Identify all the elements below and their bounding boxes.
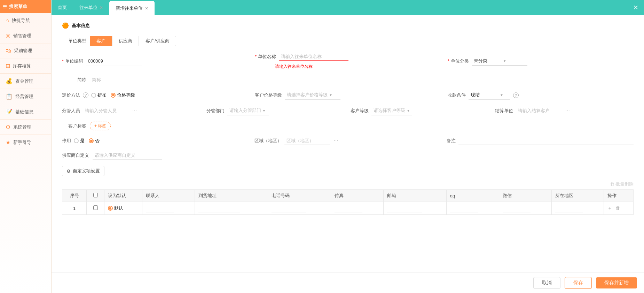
qq-input[interactable] [450,204,478,212]
remark-label: 备注 [447,138,456,144]
custom-settings-button[interactable]: ⚙ 自定义项设置 [62,166,104,176]
wechat-input[interactable] [503,204,531,212]
dept-chevron-icon: ▼ [262,109,266,113]
contact-table: 序号 设为默认 联系人 到货地址 电话号码 传真 邮箱 qq 微信 所在地区 操… [62,189,634,215]
sales-icon: ◎ [6,32,10,39]
sidebar-item-finance[interactable]: 💰 资金管理 [0,74,51,89]
operations-icon: 📋 [6,93,13,100]
region-input[interactable] [284,137,330,145]
tab-new-partner[interactable]: 新增往来单位 ✕ [109,1,155,16]
disable-radio-no[interactable]: 否 [89,138,100,144]
batch-delete-button[interactable]: 🗑 批量删除 [62,181,634,187]
region-label: 区域（地区） [254,138,282,144]
custom-settings-label: 自定义项设置 [73,168,100,174]
cancel-button[interactable]: 取消 [533,277,560,289]
sidebar-item-basic-info[interactable]: 📝 基础信息 [0,104,51,120]
cell-pricing: 定价方法 ? 折扣 价格等级 [62,92,248,98]
pricing-help-icon[interactable]: ? [83,92,88,98]
row-default: 默认 [104,202,142,215]
pricing-radio-discount[interactable]: 折扣 [91,92,107,98]
row-checkbox[interactable] [87,202,104,215]
address-input[interactable] [198,204,240,212]
price-level-label-radio: 价格等级 [117,92,135,98]
sidebar-search[interactable]: ☰ 搜索菜单 [0,0,51,13]
pricing-radio-level[interactable]: 价格等级 [111,92,135,98]
area-input[interactable] [555,204,583,212]
btn-customer[interactable]: 客户 [90,36,112,46]
email-input[interactable] [387,204,422,212]
sidebar-item-system[interactable]: ⚙ 系统管理 [0,120,51,135]
unit-category-select[interactable]: 未分类 ▼ [472,56,527,66]
remark-input[interactable] [458,137,634,145]
cell-remark: 备注 [447,137,634,145]
customer-level-chevron-icon: ▼ [407,109,410,113]
unit-name-input[interactable] [279,52,348,61]
cell-dept: 分管部门 请输入分管部门 ▼ [206,106,345,115]
unit-category-value: 未分类 [474,58,502,64]
fax-input[interactable] [335,204,362,212]
cell-manager: 分管人员 ··· [62,107,201,115]
disable-radio-group: 是 否 [74,138,100,144]
system-icon: ⚙ [6,124,10,130]
tab-partners-close[interactable]: ✕ [100,5,103,10]
manager-more-icon[interactable]: ··· [131,108,138,114]
payment-select[interactable]: 现结 ▼ [469,90,510,100]
row-wechat[interactable] [499,202,551,215]
select-all-checkbox[interactable] [93,193,98,197]
row-contact[interactable] [142,202,195,215]
unit-type-label: 单位类型 [62,38,86,44]
tab-home[interactable]: 首页 [52,0,73,15]
customer-level-label: 客户等级 [351,108,369,114]
save-new-button[interactable]: 保存并新增 [596,277,637,288]
supplier-custom-row: 供应商自定义 [62,151,634,160]
manager-input[interactable] [83,107,128,115]
dept-select[interactable]: 请输入分管部门 ▼ [227,106,269,115]
row-area[interactable] [551,202,604,215]
row-email[interactable] [384,202,447,215]
sidebar-item-quick-nav[interactable]: ⌂ 快捷导航 [0,13,51,28]
row-qq[interactable] [446,202,499,215]
sidebar-item-guide[interactable]: ★ 新手引导 [0,135,51,150]
sidebar-item-inventory[interactable]: ⊞ 库存核算 [0,58,51,74]
tab-new-partner-close[interactable]: ✕ [145,6,148,11]
row-select-checkbox[interactable] [93,205,98,210]
contact-input[interactable] [146,204,174,212]
supplier-custom-input[interactable] [93,151,162,160]
unit-code-input[interactable] [86,57,142,65]
col-checkbox[interactable] [87,190,104,202]
region-more-icon[interactable]: ··· [332,138,340,144]
sidebar-item-sales[interactable]: ◎ 销售管理 [0,28,51,43]
discount-radio-circle [91,93,96,98]
window-close-button[interactable]: ✕ [628,4,644,11]
add-tag-button[interactable]: + 标签 [90,122,111,130]
cell-payment: 收款条件 现结 ▼ ? [448,90,634,100]
add-row-icon[interactable]: ＋ [607,205,612,211]
delete-row-icon[interactable]: 🗑 [615,205,620,211]
finance-icon: 💰 [6,78,13,84]
price-level-select[interactable]: 请选择客户价格等级 ▼ [285,90,340,100]
bottom-bar: 取消 保存 保存并新增 [52,272,644,293]
row-address[interactable] [195,202,268,215]
payment-help-icon[interactable]: ? [513,92,519,98]
tab-partners[interactable]: 往来单位 ✕ [73,0,109,15]
customer-level-select[interactable]: 请选择客户等级 ▼ [371,106,412,115]
sidebar-label-purchase: 采购管理 [14,48,32,54]
sidebar-item-purchase[interactable]: 🛍 采购管理 [0,43,51,58]
btn-supplier[interactable]: 供应商 [112,36,139,46]
row-phone[interactable] [268,202,331,215]
disable-radio-yes[interactable]: 是 [74,138,85,144]
settlement-input[interactable] [516,107,561,115]
btn-both[interactable]: 客户/供应商 [139,36,176,46]
dept-label: 分管部门 [206,108,225,114]
phone-input[interactable] [272,204,306,212]
short-name-input[interactable] [90,76,159,84]
default-radio[interactable]: 默认 [108,205,139,211]
sidebar-label-finance: 资金管理 [15,78,33,84]
save-button[interactable]: 保存 [565,277,592,289]
pricing-radio-group: 折扣 价格等级 [91,92,135,98]
col-default: 设为默认 [104,190,142,202]
cell-unit-name: 单位名称 请输入往来单位名称 [255,52,441,70]
settlement-more-icon[interactable]: ··· [564,108,571,114]
sidebar-item-operations[interactable]: 📋 经营管理 [0,89,51,104]
row-fax[interactable] [331,202,384,215]
